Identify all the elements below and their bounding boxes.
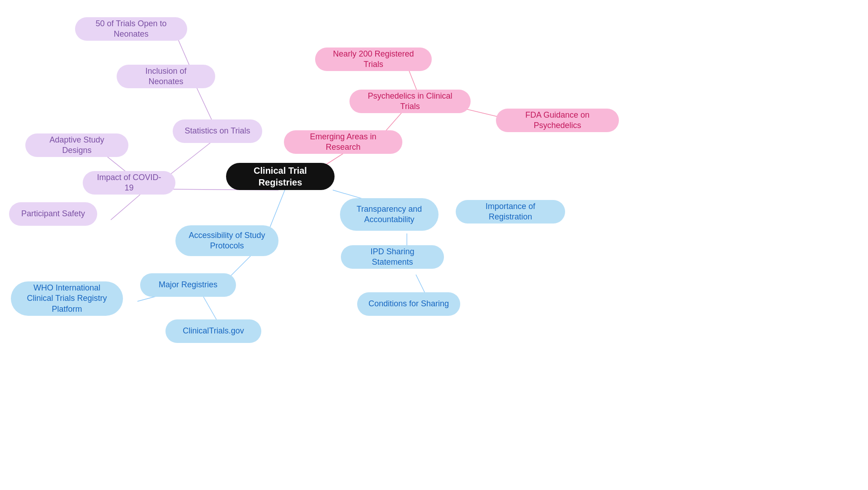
transparency-node: Transparency and Accountability [340, 198, 439, 231]
trials-open-neonates-node: 50 of Trials Open to Neonates [75, 17, 187, 41]
participant-safety-node: Participant Safety [9, 202, 97, 226]
inclusion-neonates-node: Inclusion of Neonates [117, 65, 215, 88]
adaptive-study-node: Adaptive Study Designs [25, 133, 128, 157]
major-registries-node: Major Registries [140, 273, 236, 297]
conditions-sharing-node: Conditions for Sharing [357, 292, 460, 316]
psychedelics-trials-node: Psychedelics in Clinical Trials [349, 90, 471, 113]
statistics-trials-node: Statistics on Trials [173, 119, 262, 143]
who-platform-node: WHO International Clinical Trials Regist… [11, 281, 123, 316]
ipd-sharing-node: IPD Sharing Statements [341, 245, 444, 269]
impact-covid-node: Impact of COVID-19 [83, 171, 175, 195]
importance-registration-node: Importance of Registration [456, 200, 565, 224]
accessibility-node: Accessibility of Study Protocols [175, 225, 278, 256]
clinicaltrials-node: ClinicalTrials.gov [165, 319, 261, 343]
nearly-200-node: Nearly 200 Registered Trials [315, 48, 432, 71]
svg-line-2 [111, 195, 140, 220]
emerging-areas-node: Emerging Areas in Research [284, 130, 402, 154]
fda-guidance-node: FDA Guidance on Psychedelics [496, 109, 619, 132]
center-node: Clinical Trial Registries [226, 163, 335, 190]
